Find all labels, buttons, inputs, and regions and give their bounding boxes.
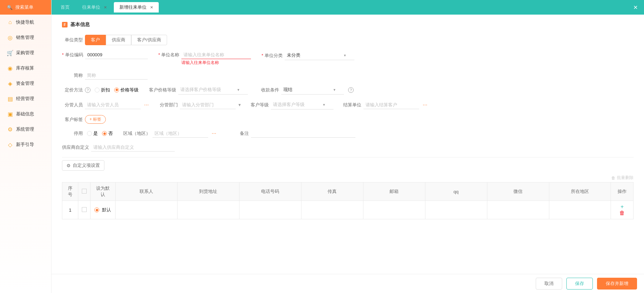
- pricing-discount-radio: [95, 88, 100, 92]
- pricing-discount-option[interactable]: 折扣: [95, 87, 110, 93]
- unit-type-group: 客户 供应商 客户/供应商: [85, 35, 167, 45]
- settlement-unit-input[interactable]: [363, 101, 419, 109]
- unit-name-wrapper: 单位名称 请输入往来单位名称: [158, 51, 251, 66]
- basic-icon: ▣: [7, 111, 13, 117]
- disabled-no-label: 否: [108, 130, 113, 137]
- sidebar-item-inventory[interactable]: ◉ 库存核算: [0, 60, 51, 76]
- unit-category-select[interactable]: 未分类 ▾: [285, 51, 354, 60]
- row-contact[interactable]: [115, 201, 177, 219]
- pricing-discount-label: 折扣: [101, 87, 110, 93]
- disabled-no-option[interactable]: 否: [102, 130, 113, 137]
- customer-level-placeholder: 请选择客户等级: [273, 101, 305, 108]
- manager-ellipsis-btn[interactable]: ···: [143, 102, 150, 108]
- custom-settings-btn[interactable]: ⚙ 自定义项设置: [62, 160, 104, 171]
- tab-partner-close[interactable]: ✕: [104, 5, 107, 10]
- unit-type-supplier-btn[interactable]: 供应商: [106, 35, 131, 45]
- row-check[interactable]: [78, 201, 91, 219]
- row-default-radio[interactable]: 默认: [94, 207, 112, 213]
- purchase-icon: 🛒: [7, 50, 13, 56]
- tab-new-partner-close[interactable]: ✕: [150, 5, 153, 10]
- tab-new-partner-label: 新增往来单位: [119, 4, 147, 10]
- row-checkbox[interactable]: [82, 207, 87, 212]
- add-tag-btn[interactable]: + 标签: [85, 115, 106, 124]
- customer-level-select[interactable]: 请选择客户等级 ▾: [271, 100, 333, 109]
- row-address[interactable]: [177, 201, 239, 219]
- region-ellipsis-btn[interactable]: ···: [210, 130, 218, 137]
- sidebar-label-basic: 基础信息: [16, 111, 34, 117]
- customer-price-level-select[interactable]: 请选择客户价格等级 ▾: [178, 85, 248, 95]
- unit-name-input[interactable]: [181, 51, 251, 59]
- section-title: 基本信息: [70, 22, 90, 28]
- row-fax[interactable]: [301, 201, 363, 219]
- form-divider: [62, 157, 634, 157]
- batch-delete-label: 批量删除: [617, 175, 634, 181]
- manager-field: 分管人员 ···: [62, 101, 150, 109]
- row-area-input[interactable]: [553, 207, 607, 213]
- sidebar-item-operations[interactable]: ▤ 经营管理: [0, 91, 51, 106]
- select-all-checkbox[interactable]: [82, 189, 87, 194]
- disabled-yes-option[interactable]: 是: [87, 130, 98, 137]
- sidebar-item-purchase[interactable]: 🛒 采购管理: [0, 45, 51, 60]
- payment-terms-value: 现结: [283, 87, 292, 93]
- row-qq-input[interactable]: [429, 207, 484, 213]
- sidebar-label-quick-nav: 快捷导航: [16, 19, 34, 25]
- row-email-input[interactable]: [367, 207, 422, 213]
- abbreviation-input[interactable]: [85, 71, 148, 80]
- unit-type-customer-btn[interactable]: 客户: [85, 35, 106, 45]
- tab-new-partner[interactable]: 新增往来单位 ✕: [114, 2, 159, 13]
- sidebar-item-quick-nav[interactable]: ⌂ 快捷导航: [0, 15, 51, 30]
- supplier-custom-input[interactable]: [91, 143, 175, 152]
- sidebar-item-system[interactable]: ⚙ 系统管理: [0, 122, 51, 137]
- disabled-field: 停用 是 否: [62, 130, 113, 137]
- row-address-input[interactable]: [181, 207, 236, 213]
- row-wechat[interactable]: [487, 201, 549, 219]
- col-fax: 传真: [301, 182, 363, 201]
- settlement-unit-ellipsis-btn[interactable]: ···: [421, 102, 429, 108]
- manager-input[interactable]: [85, 101, 141, 109]
- col-default: 设为默认: [91, 182, 116, 201]
- tab-bar-close-all[interactable]: ✕: [630, 3, 641, 12]
- row-area[interactable]: [549, 201, 611, 219]
- remark-label: 备注: [228, 130, 249, 137]
- sidebar-item-newbie[interactable]: ◇ 新手引导: [0, 137, 51, 152]
- sidebar-label-sales: 销售管理: [16, 34, 34, 41]
- abbreviation-label: 简称: [62, 72, 83, 79]
- tab-home[interactable]: 首页: [55, 2, 75, 13]
- sidebar-item-sales[interactable]: ◎ 销售管理: [0, 30, 51, 45]
- save-new-button[interactable]: 保存并新增: [597, 278, 637, 290]
- unit-type-both-btn[interactable]: 客户/供应商: [131, 35, 167, 45]
- batch-delete-icon: 🗑: [611, 176, 615, 180]
- unit-category-arrow: ▾: [344, 53, 346, 58]
- department-input[interactable]: [180, 101, 236, 109]
- row-wechat-input[interactable]: [491, 207, 545, 213]
- row-fax-input[interactable]: [305, 207, 360, 213]
- pricing-help-icon[interactable]: ?: [85, 87, 91, 93]
- row-phone-input[interactable]: [243, 207, 298, 213]
- unit-code-input[interactable]: [85, 51, 148, 59]
- unit-name-error: 请输入往来单位名称: [181, 60, 251, 66]
- row-default[interactable]: 默认: [91, 201, 116, 219]
- remark-input[interactable]: [251, 129, 355, 138]
- row-qq[interactable]: [425, 201, 487, 219]
- payment-terms-select[interactable]: 现结 ▾: [281, 85, 344, 95]
- row-email[interactable]: [363, 201, 425, 219]
- payment-terms-field: 收款条件 现结 ▾ ?: [258, 85, 354, 95]
- row-contact-input[interactable]: [119, 207, 174, 213]
- settlement-unit-field: 结算单位 ···: [340, 101, 429, 109]
- tab-partner[interactable]: 往来单位 ✕: [77, 2, 112, 13]
- del-row-btn[interactable]: 🗑: [618, 210, 626, 216]
- remark-field: 备注: [228, 129, 355, 138]
- payment-terms-help-icon[interactable]: ?: [348, 87, 354, 93]
- cancel-button[interactable]: 取消: [536, 278, 562, 290]
- add-row-btn[interactable]: +: [619, 204, 625, 210]
- save-button[interactable]: 保存: [566, 278, 593, 290]
- row-phone[interactable]: [239, 201, 301, 219]
- sidebar-item-finance[interactable]: ◈ 资金管理: [0, 76, 51, 91]
- finance-icon: ◈: [7, 80, 13, 87]
- col-qq: qq: [425, 182, 487, 201]
- region-input[interactable]: [152, 129, 208, 138]
- col-phone: 电话号码: [239, 182, 301, 201]
- pricing-level-option[interactable]: 价格等级: [114, 87, 139, 93]
- search-menu-btn[interactable]: 🔍 搜索菜单: [0, 0, 51, 15]
- sidebar-item-basic[interactable]: ▣ 基础信息: [0, 106, 51, 122]
